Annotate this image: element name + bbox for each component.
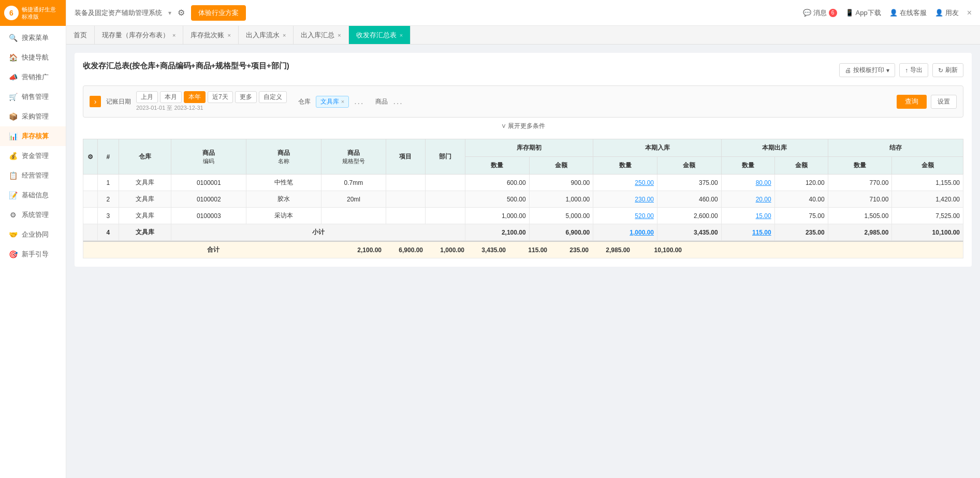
user-btn[interactable]: 👤 用友 [935,8,959,18]
row-in-qty[interactable]: 520.00 [593,208,657,224]
sidebar-item-quick-nav[interactable]: 🏠快捷导航 [0,48,66,67]
tab-inout-flow[interactable]: 出入库流水× [239,26,294,45]
tab-close-icon[interactable]: × [283,32,286,38]
query-btn[interactable]: 查询 [897,95,927,109]
sidebar-item-marketing[interactable]: 📣营销推广 [0,67,66,87]
tab-batch[interactable]: 库存批次账× [183,26,238,45]
row-goods-code: 0100002 [171,191,246,208]
tab-close-icon[interactable]: × [400,32,403,38]
th-closing: 结存 [828,139,963,157]
sidebar-item-search[interactable]: 🔍搜索菜单 [0,28,66,48]
main-content: 收发存汇总表(按仓库+商品编码+商品+规格型号+项目+部门) 🖨 按模板打印 ▾… [66,45,980,478]
sidebar-item-label: 系统管理 [22,210,49,220]
gear-icon[interactable]: ⚙ [178,8,185,18]
topbar-close-btn[interactable]: × [967,8,972,18]
row-project [386,191,426,208]
app-download-btn[interactable]: 📱 App下载 [845,8,881,18]
export-icon: ↑ [905,67,908,74]
sidebar-logo: 6 畅捷通好生意 标准版 [0,0,66,26]
expand-more-btn[interactable]: ∨ 展开更多条件 [83,120,963,133]
tab-label: 出入库汇总 [301,31,334,40]
date-options: 上月本月本年近7天更多自定义 [136,91,287,103]
trial-btn[interactable]: 体验行业方案 [191,5,246,21]
th-goods-code: 商品编码 [171,139,246,175]
th-no: # [98,139,119,175]
tab-receive-summary[interactable]: 收发存汇总表× [349,26,411,45]
row-out-qty[interactable]: 80.00 [721,175,774,191]
row-warehouse: 文具库 [119,175,171,191]
sidebar-nav: 🔍搜索菜单🏠快捷导航📣营销推广🛒销售管理📦采购管理📊库存核算💰资金管理📋经营管理… [0,26,66,266]
row-in-qty[interactable]: 230.00 [593,191,657,208]
date-option-本年[interactable]: 本年 [184,91,206,103]
th-goods-name: 商品名称 [246,139,321,175]
row-out-qty[interactable]: 20.00 [721,191,774,208]
content-card: 收发存汇总表(按仓库+商品编码+商品+规格型号+项目+部门) 🖨 按模板打印 ▾… [75,53,972,267]
guide-icon: 🎯 [8,250,18,258]
export-btn[interactable]: ↑ 导出 [899,63,928,77]
date-option-本月[interactable]: 本月 [160,91,182,103]
th-closing-qty: 数量 [828,157,892,175]
logo-text: 畅捷通好生意 标准版 [22,6,56,21]
sidebar-item-enterprise[interactable]: 🤝企业协同 [0,225,66,244]
sidebar-item-label: 资金管理 [22,151,49,161]
sidebar-item-finance[interactable]: 💰资金管理 [0,146,66,166]
row-no: 2 [98,191,119,208]
sidebar-item-operation[interactable]: 📋经营管理 [0,166,66,185]
th-out-amt: 金额 [774,157,828,175]
print-icon: 🖨 [845,67,851,74]
tab-label: 收发存汇总表 [356,31,397,40]
tab-close-icon[interactable]: × [338,32,341,38]
sidebar-item-guide[interactable]: 🎯新手引导 [0,244,66,264]
row-in-qty[interactable]: 250.00 [593,175,657,191]
data-table: ⚙ # 仓库 商品编码 商品名称 商品规格型号 项目 部门 库存期初 本期入库 … [83,139,963,241]
filter-collapse-btn[interactable]: › [90,96,101,107]
row-out-qty[interactable]: 15.00 [721,208,774,224]
tab-stock-dist[interactable]: 现存量（库存分布表）× [95,26,183,45]
sidebar-item-system[interactable]: ⚙系统管理 [0,205,66,225]
date-option-上月[interactable]: 上月 [136,91,158,103]
print-btn[interactable]: 🖨 按模板打印 ▾ [839,63,895,77]
warehouse-more-btn[interactable]: ... [354,97,364,106]
row-opening-qty: 500.00 [465,191,529,208]
dropdown-arrow[interactable]: ▾ [168,9,171,17]
finance-icon: 💰 [8,152,18,160]
warehouse-remove-icon[interactable]: × [341,98,344,105]
sidebar-item-sales[interactable]: 🛒销售管理 [0,87,66,107]
sidebar-item-label: 基础信息 [22,191,49,200]
filter-setting-btn[interactable]: 设置 [931,95,957,109]
tab-label: 出入库流水 [246,31,280,40]
sidebar-item-purchase[interactable]: 📦采购管理 [0,107,66,126]
topbar-right: 💬 消息 6 📱 App下载 👤 在线客服 👤 用友 × [803,8,972,18]
row-opening-amt: 900.00 [529,175,593,191]
row-opening-amt: 1,000.00 [529,191,593,208]
print-dropdown-icon: ▾ [886,67,889,74]
tab-label: 现存量（库存分布表） [102,31,169,40]
tab-close-icon[interactable]: × [172,32,175,38]
tab-inout-summary[interactable]: 出入库汇总× [294,26,348,45]
tab-close-icon[interactable]: × [227,32,230,38]
row-out-amt: 120.00 [774,175,828,191]
date-option-自定义[interactable]: 自定义 [259,91,287,103]
message-btn[interactable]: 💬 消息 6 [803,8,837,18]
date-option-近7天[interactable]: 近7天 [208,91,233,103]
online-service-btn[interactable]: 👤 在线客服 [889,8,927,18]
th-in: 本期入库 [593,139,721,157]
warehouse-label: 仓库 [298,97,311,106]
subtotal-in-amt: 3,435.00 [657,224,722,241]
subtotal-out-amt: 235.00 [774,224,828,241]
sidebar-item-inventory[interactable]: 📊库存核算 [0,126,66,146]
tab-home[interactable]: 首页 [66,26,95,45]
row-settings [83,175,98,191]
table-row: 1 文具库 0100001 中性笔 0.7mm 600.00 900.00 25… [83,175,963,191]
refresh-btn[interactable]: ↻ 刷新 [932,63,963,77]
th-project: 项目 [386,139,426,175]
th-goods-spec: 商品规格型号 [321,139,386,175]
date-option-更多[interactable]: 更多 [235,91,257,103]
th-out-qty: 数量 [721,157,774,175]
sidebar-item-label: 快捷导航 [22,53,49,62]
warehouse-tag[interactable]: 文具库 × [316,96,349,108]
sidebar-item-basic[interactable]: 📝基础信息 [0,185,66,205]
row-dept [426,175,465,191]
total-in-amt: 3,435.00 [464,247,506,254]
goods-more-btn[interactable]: ... [393,97,403,106]
